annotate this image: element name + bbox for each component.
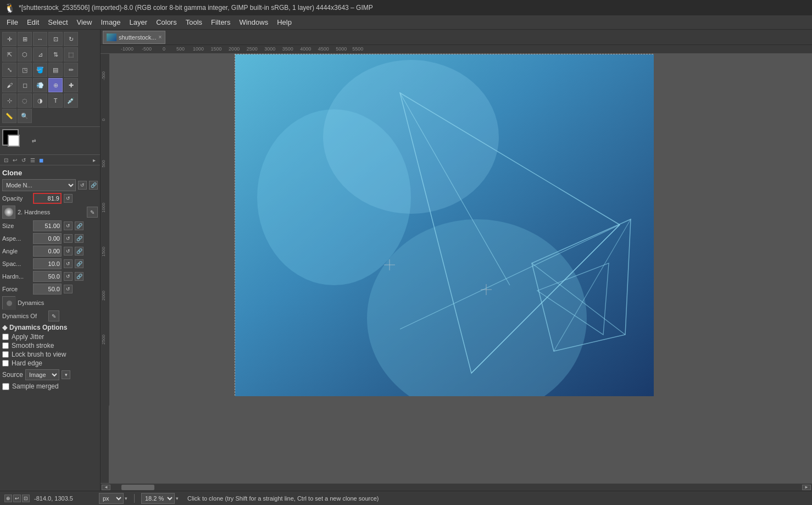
spacing-input[interactable] (33, 258, 62, 269)
opacity-input[interactable] (33, 193, 62, 204)
tool-bucket[interactable]: 🪣 (33, 63, 47, 77)
hardness-chain-icon[interactable]: 🔗 (75, 272, 84, 281)
statusbar-icon-3[interactable]: ⊡ (22, 495, 30, 502)
brush-preview[interactable] (2, 206, 15, 219)
angle-input[interactable] (33, 246, 62, 257)
mode-chain-icon[interactable]: 🔗 (89, 181, 98, 190)
statusbar-icon-1[interactable]: ⊕ (4, 495, 12, 502)
aspect-reset-icon[interactable]: ↺ (64, 234, 73, 243)
dynamics-of-label: Dynamics Of (2, 313, 46, 319)
tool-crop[interactable]: ⊡ (48, 32, 63, 46)
scrollbar-track[interactable] (110, 485, 802, 490)
image-canvas[interactable] (235, 54, 653, 396)
mode-reset-icon[interactable]: ↺ (78, 181, 87, 190)
background-color[interactable] (8, 135, 20, 147)
sample-merged-checkbox[interactable] (2, 383, 9, 390)
smooth-stroke-row: Smooth stroke (2, 342, 98, 349)
tool-measure[interactable]: 📏 (2, 109, 16, 123)
tool-3d[interactable]: ◳ (18, 63, 32, 77)
tool-paintbrush[interactable]: 🖌 (2, 78, 16, 92)
opacity-reset-icon[interactable]: ↺ (64, 194, 73, 203)
spacing-chain-icon[interactable]: 🔗 (75, 259, 84, 268)
hardness-input[interactable] (33, 271, 62, 282)
mode-select[interactable]: Mode N... (2, 179, 76, 191)
tool-dodge[interactable]: ◑ (33, 93, 47, 108)
force-reset-icon[interactable]: ↺ (64, 285, 73, 293)
opacity-label: Opacity (2, 195, 31, 202)
swap-colors-hint: ⇄ (32, 138, 36, 143)
angle-chain-icon[interactable]: 🔗 (75, 247, 84, 256)
unit-select[interactable]: px mm in (99, 493, 124, 504)
tool-align[interactable]: ⊞ (18, 32, 32, 46)
menu-image[interactable]: Image (96, 17, 125, 27)
tool-warp[interactable]: ⤡ (2, 63, 16, 77)
tool-perspective-clone[interactable]: ⊹ (2, 93, 16, 108)
panel-icon-1[interactable]: ⊡ (2, 156, 10, 164)
canvas-scroll[interactable] (109, 54, 812, 483)
hard-edge-checkbox[interactable] (2, 360, 9, 367)
menu-edit[interactable]: Edit (23, 17, 43, 27)
panel-icon-4[interactable]: ☰ (29, 156, 36, 164)
horizontal-scrollbar[interactable]: ◄ ► (101, 483, 812, 491)
menu-windows[interactable]: Windows (235, 17, 272, 27)
tool-row-4: 🖌 ◻ 💨 ⊕ ✚ (2, 78, 98, 92)
dynamics-of-edit-button[interactable]: ✎ (48, 310, 59, 321)
hardness-reset-icon[interactable]: ↺ (64, 272, 73, 281)
apply-jitter-checkbox[interactable] (2, 334, 9, 340)
panel-icon-3[interactable]: ↺ (20, 156, 27, 164)
scroll-left-button[interactable]: ◄ (102, 485, 110, 490)
tool-heal[interactable]: ✚ (64, 78, 78, 92)
tool-gradient[interactable]: ▤ (48, 63, 63, 77)
status-coordinates: -814.0, 1303.5 (34, 495, 94, 502)
smooth-stroke-checkbox[interactable] (2, 342, 9, 349)
tool-rotate[interactable]: ↻ (64, 32, 78, 46)
menu-view[interactable]: View (73, 17, 97, 27)
angle-reset-icon[interactable]: ↺ (64, 247, 73, 256)
scrollbar-thumb[interactable] (121, 485, 154, 490)
size-chain-icon[interactable]: 🔗 (75, 221, 84, 230)
brush-name: 2. Hardness (18, 209, 85, 215)
spacing-reset-icon[interactable]: ↺ (64, 259, 73, 268)
tool-picker[interactable]: 💉 (64, 93, 78, 108)
tool-cage[interactable]: ⬚ (64, 47, 78, 62)
panel-icon-2[interactable]: ↩ (11, 156, 19, 164)
menu-tools[interactable]: Tools (181, 17, 207, 27)
menu-help[interactable]: Help (272, 17, 296, 27)
tool-pencil[interactable]: ✏ (64, 63, 78, 77)
tool-shear[interactable]: ⬡ (18, 47, 32, 62)
statusbar-icon-2[interactable]: ↩ (13, 495, 21, 502)
tool-eraser[interactable]: ◻ (18, 78, 32, 92)
aspect-input[interactable] (33, 233, 62, 244)
force-input[interactable] (33, 284, 62, 295)
apply-jitter-row: Apply Jitter (2, 333, 98, 341)
tool-blur[interactable]: ◌ (18, 93, 32, 108)
menu-select[interactable]: Select (43, 17, 72, 27)
tab-close-button[interactable]: × (158, 34, 162, 40)
menu-filters[interactable]: Filters (207, 17, 235, 27)
tool-scale[interactable]: ⇱ (2, 47, 16, 62)
scroll-right-button[interactable]: ► (802, 485, 811, 490)
image-tab[interactable]: shutterstock... × (103, 31, 165, 44)
tool-clone[interactable]: ⊕ (48, 78, 63, 92)
tab-label: shutterstock... (119, 34, 156, 41)
tool-flip[interactable]: ⇅ (48, 47, 63, 62)
source-select[interactable]: Image Pattern (25, 369, 59, 380)
menu-layer[interactable]: Layer (125, 17, 152, 27)
tool-text[interactable]: T (48, 93, 63, 108)
panel-expand-icon[interactable]: ▸ (90, 156, 98, 164)
tool-zoom[interactable]: 🔍 (18, 109, 32, 123)
lock-brush-checkbox[interactable] (2, 351, 9, 358)
size-reset-icon[interactable]: ↺ (64, 221, 73, 230)
size-input[interactable] (33, 220, 62, 231)
menu-colors[interactable]: Colors (152, 17, 181, 27)
tool-transform[interactable]: ↔ (33, 32, 47, 46)
dynamics-row: Dynamics (2, 296, 98, 309)
aspect-chain-icon[interactable]: 🔗 (75, 234, 84, 243)
tool-move[interactable]: ✛ (2, 32, 16, 46)
brush-edit-button[interactable]: ✎ (87, 207, 98, 218)
tool-airbrush[interactable]: 💨 (33, 78, 47, 92)
source-dropdown-icon[interactable]: ▾ (62, 370, 70, 379)
zoom-select[interactable]: 18.2 % 25 % 50 % 100 % (141, 493, 175, 504)
menu-file[interactable]: File (2, 17, 23, 27)
tool-perspective[interactable]: ⊿ (33, 47, 47, 62)
